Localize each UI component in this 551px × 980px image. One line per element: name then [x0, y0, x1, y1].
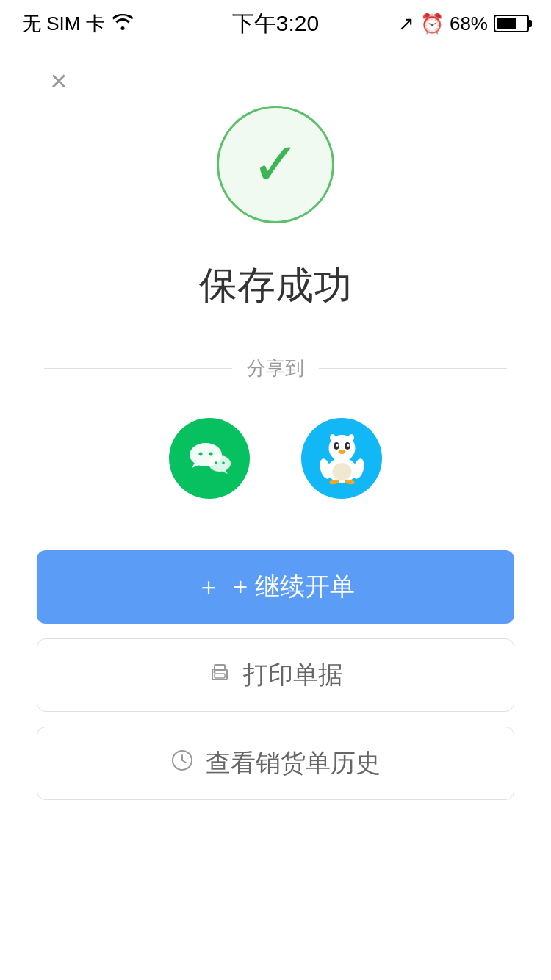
share-icons: [169, 418, 382, 499]
svg-point-4: [215, 461, 217, 464]
continue-label: + 继续开单: [233, 570, 354, 604]
print-label: 打印单据: [243, 658, 343, 692]
divider-line-left: [44, 368, 232, 369]
wifi-icon: [112, 12, 133, 35]
svg-point-10: [347, 444, 349, 447]
status-left: 无 SIM 卡: [22, 11, 133, 37]
svg-point-5: [222, 461, 225, 464]
history-label: 查看销货单历史: [206, 746, 381, 780]
no-sim-label: 无 SIM 卡: [22, 11, 105, 37]
qq-share-button[interactable]: [301, 418, 382, 499]
print-button[interactable]: 打印单据: [37, 638, 514, 712]
divider-line-right: [319, 368, 507, 369]
alarm-icon: ⏰: [420, 12, 444, 35]
svg-point-3: [209, 452, 212, 455]
battery-percentage: 68%: [450, 12, 488, 35]
main-content: ✓ 保存成功 分享到: [0, 47, 551, 800]
wechat-share-button[interactable]: [169, 418, 250, 499]
svg-point-9: [336, 444, 338, 447]
plus-icon: ＋: [196, 570, 221, 604]
svg-rect-22: [215, 674, 225, 678]
close-icon: ×: [50, 66, 67, 96]
svg-point-1: [209, 455, 231, 472]
success-circle: ✓: [217, 106, 334, 223]
location-icon: ↗: [398, 12, 414, 35]
svg-point-2: [198, 452, 202, 455]
divider-section: 分享到: [0, 356, 551, 381]
svg-point-11: [338, 450, 345, 454]
status-right: ↗ ⏰ 68%: [398, 12, 529, 35]
status-bar: 无 SIM 卡 下午3:20 ↗ ⏰ 68%: [0, 0, 551, 47]
continue-button[interactable]: ＋ + 继续开单: [37, 550, 514, 624]
battery-icon: [494, 15, 529, 32]
history-icon: [170, 749, 194, 778]
close-button[interactable]: ×: [37, 59, 81, 103]
print-icon: [208, 660, 231, 690]
buttons-section: ＋ + 继续开单 打印单据 查看销货单历史: [0, 550, 551, 800]
checkmark-icon: ✓: [251, 135, 300, 194]
svg-point-23: [214, 671, 216, 674]
svg-point-13: [332, 463, 351, 480]
share-label: 分享到: [232, 356, 319, 381]
success-title: 保存成功: [199, 260, 352, 311]
status-time: 下午3:20: [232, 9, 319, 39]
history-button[interactable]: 查看销货单历史: [37, 727, 514, 800]
